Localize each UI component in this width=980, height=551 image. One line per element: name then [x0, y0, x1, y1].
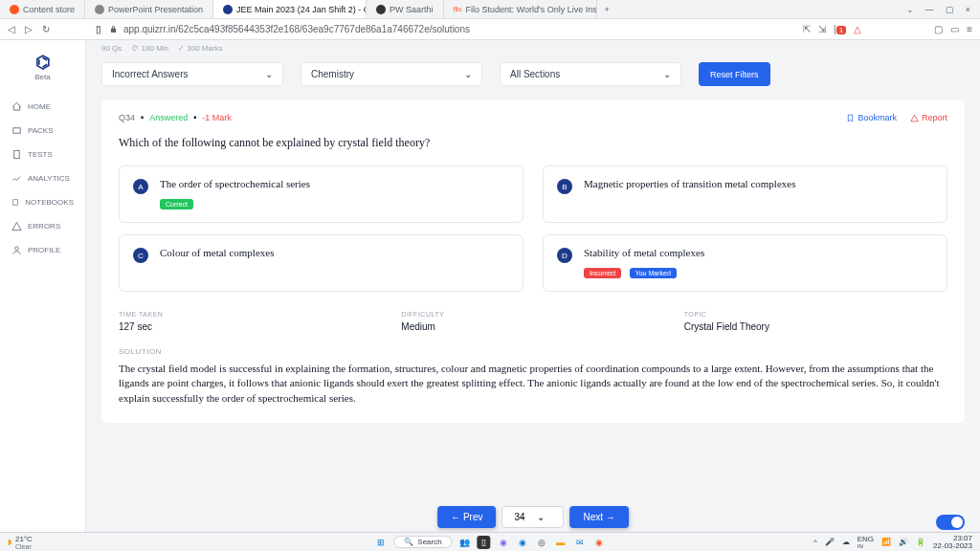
svg-rect-1	[14, 150, 20, 158]
svg-rect-2	[13, 200, 18, 206]
minimize-icon[interactable]: —	[925, 5, 934, 14]
mic-icon[interactable]: 🎤	[825, 538, 835, 546]
next-button[interactable]: Next →	[570, 506, 629, 528]
app-icon[interactable]: ◎	[535, 536, 548, 549]
difficulty: DIFFICULTY Medium	[401, 311, 664, 332]
answered-badge: Answered	[149, 113, 188, 122]
reset-filters-button[interactable]: Reset Filters	[699, 62, 770, 86]
clock[interactable]: 23:0722-03-2023	[933, 535, 972, 550]
volume-icon[interactable]: 🔊	[899, 538, 908, 546]
language-indicator[interactable]: ENGIN	[858, 536, 874, 549]
option-letter: C	[133, 248, 148, 263]
warning-icon	[910, 114, 919, 122]
prev-button[interactable]: ← Prev	[437, 506, 496, 528]
chevron-down-icon: ⌄	[537, 512, 545, 522]
back-button[interactable]: ◁	[8, 24, 15, 34]
browser-tab[interactable]: PW Saarthi	[367, 0, 444, 18]
browser-tab[interactable]: Content store	[0, 0, 85, 18]
answer-filter-select[interactable]: Incorrect Answers⌄	[101, 62, 283, 86]
filters-row: Incorrect Answers⌄ Chemistry⌄ All Sectio…	[101, 62, 965, 86]
tray-chevron[interactable]: ^	[813, 538, 817, 546]
time-taken: TIME TAKEN 127 sec	[119, 311, 382, 332]
sidebar-item-notebooks[interactable]: NOTEBOOKS	[0, 190, 85, 214]
start-button[interactable]: ⊞	[374, 536, 388, 549]
search-icon: 🔍	[404, 538, 413, 546]
topic: TOPIC Crystal Field Theory	[684, 311, 947, 332]
battery-icon[interactable]: 🔋	[916, 538, 925, 546]
browser-tab[interactable]: PowerPoint Presentation	[85, 0, 213, 18]
option-letter: A	[133, 179, 148, 194]
pager: ← Prev 34⌄ Next →	[437, 506, 629, 528]
question-number: Q34	[119, 113, 135, 122]
option-a[interactable]: A The order of spectrochemical series Co…	[119, 165, 523, 223]
app-icon[interactable]: ◉	[497, 536, 510, 549]
option-c[interactable]: C Colour of metal complexes	[119, 234, 523, 292]
close-window-icon[interactable]: ×	[966, 5, 970, 14]
page-number-select[interactable]: 34⌄	[501, 506, 564, 528]
brand-logo[interactable]: ⌬	[35, 52, 51, 73]
wifi-icon[interactable]: 📶	[881, 538, 891, 546]
bookmark-icon[interactable]: ▯	[96, 24, 101, 34]
taskbar: ◗ 21°C Clear ⊞ 🔍Search 👥 ▯ ◉ ◉ ◎ ▬ ✉ ◉ ^…	[0, 532, 980, 551]
sidebar-item-profile[interactable]: PROFILE	[0, 238, 85, 262]
weather-widget[interactable]: ◗ 21°C Clear	[8, 535, 33, 550]
main-content: 90 Qs ⏱ 180 Min ✓ 300 Marks Incorrect An…	[86, 40, 980, 532]
shield-icon[interactable]: △	[854, 24, 861, 34]
chevron-down-icon: ⌄	[265, 69, 273, 79]
subject-filter-select[interactable]: Chemistry⌄	[301, 62, 482, 86]
test-summary: 90 Qs ⏱ 180 Min ✓ 300 Marks	[101, 40, 965, 62]
browser-tab[interactable]: filoFilo Student: World's Only Live Inst…	[444, 0, 597, 18]
share-icon[interactable]: ⇲	[818, 24, 826, 34]
forward-button[interactable]: ▷	[25, 24, 33, 34]
weather-icon: ◗	[8, 538, 11, 546]
chevron-down-icon[interactable]: ⌄	[906, 5, 914, 14]
address-bar: ◁ ▷ ↻ ▯ app.quizrr.in/62c5ca493f85644353…	[0, 19, 980, 40]
option-b[interactable]: B Magnetic properties of transition meta…	[543, 165, 947, 223]
url-input[interactable]: app.quizrr.in/62c5ca493f85644353f2e168/6…	[109, 24, 795, 34]
new-tab-button[interactable]: +	[597, 5, 617, 14]
onedrive-icon[interactable]: ☁	[842, 538, 850, 546]
you-marked-tag: You Marked	[630, 268, 677, 278]
incorrect-tag: Incorrect	[584, 268, 621, 278]
tab-favicon: filo	[454, 6, 462, 12]
toggle-knob	[951, 517, 963, 528]
sidebar-item-analytics[interactable]: ANALYTICS	[0, 166, 85, 190]
edge-icon[interactable]: ◉	[516, 536, 529, 549]
packs-icon	[11, 125, 22, 136]
tab-favicon	[10, 5, 19, 14]
app-icon[interactable]: ✉	[573, 536, 587, 549]
browser-tab-active[interactable]: JEE Main 2023 (24 Jan Shift 2) - C×	[213, 0, 367, 18]
tab-overview-icon[interactable]: ▢	[934, 24, 943, 34]
toggle-switch[interactable]	[936, 515, 965, 530]
report-button[interactable]: Report	[910, 113, 947, 122]
chevron-down-icon: ⌄	[663, 69, 671, 79]
sidebar-item-errors[interactable]: ERRORS	[0, 214, 85, 238]
bookmark-button[interactable]: Bookmark	[846, 113, 897, 122]
section-filter-select[interactable]: All Sections⌄	[500, 62, 681, 86]
home-icon	[11, 101, 22, 112]
sidebar-item-tests[interactable]: TESTS	[0, 143, 85, 166]
option-d[interactable]: D Stability of metal complexes Incorrect…	[543, 234, 947, 292]
app-icon[interactable]: 👥	[458, 536, 472, 549]
taskbar-search[interactable]: 🔍Search	[393, 536, 452, 548]
marks-badge: -1 Mark	[202, 113, 232, 122]
app-icon[interactable]: ▯	[478, 536, 491, 549]
menu-icon[interactable]: ≡	[967, 24, 972, 34]
option-letter: B	[557, 179, 572, 194]
maximize-icon[interactable]: ▢	[946, 5, 954, 14]
reload-button[interactable]: ↻	[42, 24, 50, 34]
solution-text: The crystal field model is successful in…	[119, 362, 947, 406]
svg-point-3	[15, 247, 19, 251]
open-external-icon[interactable]: ⇱	[803, 24, 811, 34]
sidebar-item-packs[interactable]: PACKS	[0, 119, 85, 143]
brave-icon[interactable]: ◉	[592, 536, 606, 549]
explorer-icon[interactable]: ▬	[554, 536, 568, 549]
correct-tag: Correct	[160, 199, 193, 209]
sidebar-item-home[interactable]: HOME	[0, 95, 85, 119]
question-text: Which of the following cannot be explain…	[119, 136, 947, 150]
wallet-icon[interactable]: ▭	[950, 24, 959, 34]
bookmark-icon	[846, 114, 855, 122]
question-card: Q34 • Answered • -1 Mark Bookmark Report…	[101, 99, 965, 423]
errors-icon	[11, 221, 22, 231]
extension-badge[interactable]: |1	[834, 24, 846, 34]
